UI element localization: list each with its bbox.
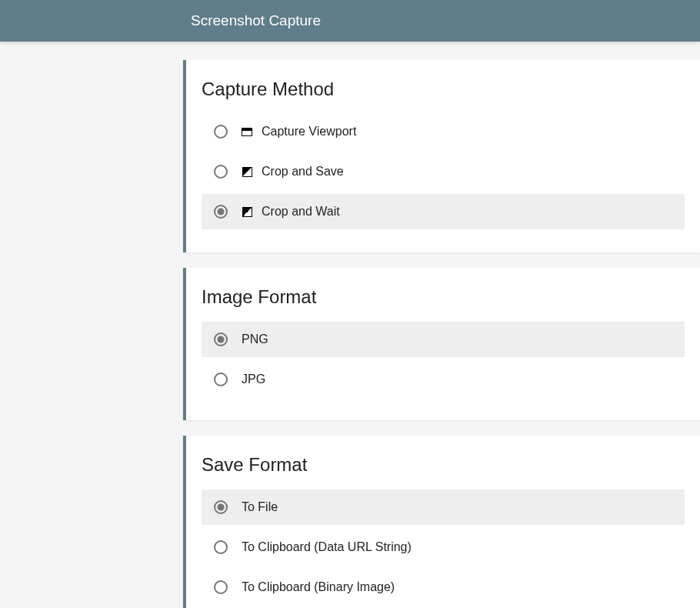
radio-icon [214,540,228,554]
section-save-format: Save Format To File To Clipboard (Data U… [183,436,700,608]
option-label: Crop and Save [262,165,344,179]
crop-icon [242,206,252,217]
section-title-save-format: Save Format [202,454,700,476]
radio-icon [214,125,228,139]
option-crop-and-save[interactable]: Crop and Save [202,154,685,189]
radio-icon [214,580,228,594]
viewport-icon [242,126,252,137]
option-png[interactable]: PNG [202,322,685,357]
settings-content: Capture Method Capture Viewport Crop and… [0,42,700,608]
radio-icon [214,332,228,346]
app-header: Screenshot Capture [0,0,700,42]
radio-icon [214,500,228,514]
option-label: Crop and Wait [262,205,340,219]
app-title: Screenshot Capture [191,12,321,28]
section-image-format: Image Format PNG JPG [183,268,700,420]
option-jpg[interactable]: JPG [202,362,685,397]
option-label: PNG [242,332,268,346]
section-title-capture-method: Capture Method [202,79,700,100]
option-to-file[interactable]: To File [202,489,685,525]
option-label: To File [242,500,278,514]
section-title-image-format: Image Format [202,286,700,308]
radio-icon [214,372,228,386]
radio-icon [214,165,228,179]
radio-icon [214,205,228,219]
option-label: To Clipboard (Data URL String) [242,540,412,554]
option-to-clipboard-url[interactable]: To Clipboard (Data URL String) [202,529,685,565]
section-capture-method: Capture Method Capture Viewport Crop and… [183,60,700,252]
crop-icon [242,166,252,177]
option-crop-and-wait[interactable]: Crop and Wait [202,194,685,229]
option-capture-viewport[interactable]: Capture Viewport [202,114,685,149]
option-label: Capture Viewport [262,125,356,139]
option-label: To Clipboard (Binary Image) [242,580,395,594]
option-label: JPG [242,372,265,386]
option-to-clipboard-binary[interactable]: To Clipboard (Binary Image) [202,570,685,605]
